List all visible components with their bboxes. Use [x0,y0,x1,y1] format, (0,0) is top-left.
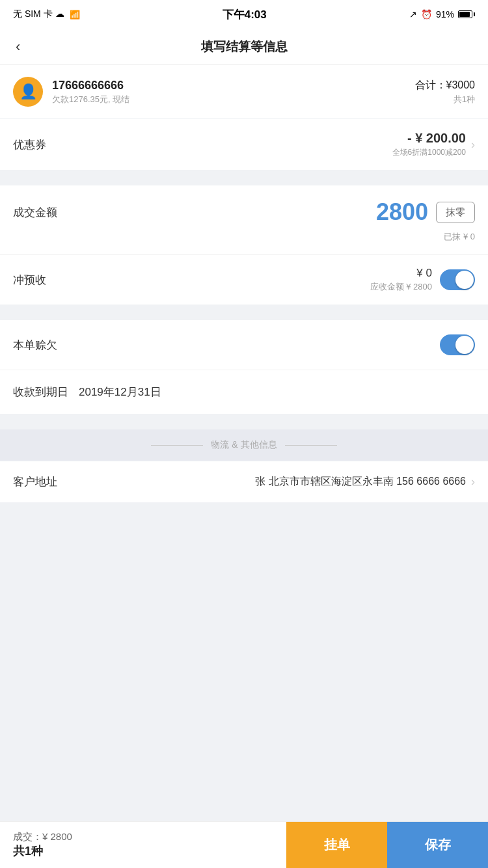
address-right: 张 北京市市辖区海淀区永丰南 156 6666 6666 › [68,475,475,489]
bottom-summary-label: 成交：¥ 2800 [13,831,273,843]
content-area: 👤 17666666666 欠款1276.35元, 现结 合计：¥3000 共1… [0,65,488,580]
bottom-summary: 成交：¥ 2800 共1种 [0,831,286,859]
hang-button[interactable]: 挂单 [286,822,387,869]
customer-right: 合计：¥3000 共1种 [415,79,476,105]
status-time: 下午4:03 [223,7,267,22]
prepay-row: 冲预收 ¥ 0 应收金额 ¥ 2800 [0,254,488,305]
prepay-sub: 应收金额 ¥ 2800 [370,281,432,293]
customer-total: 合计：¥3000 [415,79,476,92]
save-button[interactable]: 保存 [387,822,488,869]
deal-row: 成交金额 2800 抹零 [0,185,488,231]
location-icon: ↗ [409,9,417,20]
prepay-main: ¥ 0 [370,267,432,280]
debt-toggle[interactable] [440,334,475,355]
prepay-right: ¥ 0 应收金额 ¥ 2800 [370,267,475,293]
prepay-toggle[interactable] [440,269,475,290]
nav-bar: ‹ 填写结算等信息 [0,29,488,65]
wifi-icon: 📶 [70,10,80,20]
status-left: 无 SIM 卡 ☁ 📶 [13,8,80,20]
customer-count: 共1种 [415,94,476,105]
debt-row: 本单赊欠 [0,320,488,370]
debt-toggle-knob [455,336,474,354]
logistics-divider: 物流 & 其他信息 [0,429,488,461]
address-value: 张 北京市市辖区海淀区永丰南 156 6666 6666 [255,475,466,489]
customer-left: 👤 17666666666 欠款1276.35元, 现结 [13,77,129,107]
back-button[interactable]: ‹ [10,33,25,61]
round-zero-button[interactable]: 抹零 [436,202,475,223]
section-divider-3 [0,422,488,429]
deal-right: 2800 抹零 [376,198,475,226]
customer-info: 17666666666 欠款1276.35元, 现结 [52,79,129,105]
page-title: 填写结算等信息 [201,38,288,55]
gray-area [0,502,488,580]
battery-percent: 91% [436,9,454,20]
deal-section: 成交金额 2800 抹零 已抹 ¥ 0 冲预收 ¥ 0 应收金额 ¥ 2800 [0,185,488,305]
toggle-knob [455,271,474,289]
logistics-text: 物流 & 其他信息 [151,439,336,451]
prepay-amount: ¥ 0 应收金额 ¥ 2800 [370,267,432,293]
status-bar: 无 SIM 卡 ☁ 📶 下午4:03 ↗ ⏰ 91% [0,0,488,29]
coupon-right: - ¥ 200.00 全场6折满1000减200 › [392,131,475,158]
address-row[interactable]: 客户地址 张 北京市市辖区海淀区永丰南 156 6666 6666 › [0,461,488,502]
bottom-bar: 成交：¥ 2800 共1种 挂单 保存 [0,821,488,868]
avatar-icon: 👤 [20,83,37,100]
bottom-amount: ¥ 2800 [42,831,72,842]
deal-sub: 已抹 ¥ 0 [0,231,488,254]
debt-section: 本单赊欠 收款到期日 2019年12月31日 [0,320,488,414]
coupon-label: 优惠券 [13,137,46,152]
section-divider-2 [0,312,488,320]
due-label: 收款到期日 [13,385,68,400]
alarm-icon: ⏰ [421,9,432,20]
due-row: 收款到期日 2019年12月31日 [0,370,488,414]
due-date: 2019年12月31日 [79,385,161,400]
coupon-amount: - ¥ 200.00 全场6折满1000减200 [392,131,466,158]
coupon-desc: 全场6折满1000减200 [392,147,466,158]
customer-sub: 欠款1276.35元, 现结 [52,94,129,105]
status-right: ↗ ⏰ 91% [409,9,475,20]
avatar: 👤 [13,77,43,107]
coupon-discount: - ¥ 200.00 [392,131,466,146]
customer-phone: 17666666666 [52,79,129,92]
coupon-row[interactable]: 优惠券 - ¥ 200.00 全场6折满1000减200 › [0,119,488,170]
bottom-summary-count: 共1种 [13,843,273,859]
deal-label: 成交金额 [13,205,57,220]
sim-label: 无 SIM 卡 ☁ [13,8,64,20]
prepay-label: 冲预收 [13,273,46,288]
address-chevron-icon: › [471,475,475,489]
customer-card: 👤 17666666666 欠款1276.35元, 现结 合计：¥3000 共1… [0,65,488,118]
chevron-right-icon: › [471,138,475,152]
debt-label: 本单赊欠 [13,338,57,353]
deal-amount: 2800 [376,198,428,226]
battery-icon [458,10,475,18]
address-label: 客户地址 [13,474,57,489]
section-divider-1 [0,178,488,185]
